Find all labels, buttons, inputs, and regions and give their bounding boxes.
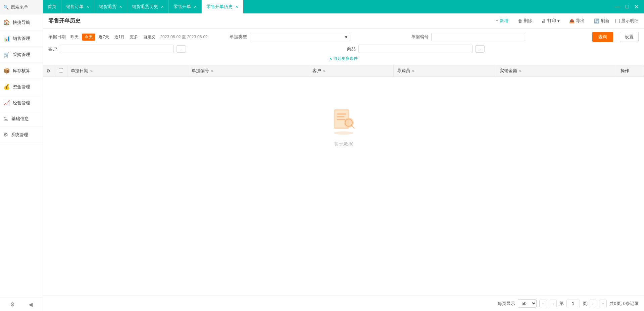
- tab-home[interactable]: 首页: [43, 0, 61, 13]
- tab-sales-return-history-close[interactable]: ✕: [161, 5, 164, 9]
- sidebar-item-label: 快捷导航: [13, 19, 30, 25]
- date-opt-7days[interactable]: 近7天: [97, 34, 111, 41]
- tab-retail-open[interactable]: 零售开单 ✕: [169, 0, 202, 13]
- print-label: 打印: [547, 18, 556, 24]
- query-button[interactable]: 查询: [592, 32, 613, 42]
- th-number[interactable]: 单据编号 ⇅: [188, 65, 309, 77]
- collapse-button[interactable]: ∧ 收起更多条件: [329, 56, 358, 61]
- close-button[interactable]: ✕: [632, 2, 641, 11]
- customer-input[interactable]: [60, 45, 174, 53]
- sidebar-search-label: 搜索采单: [11, 4, 28, 10]
- chart-icon: 📊: [3, 35, 10, 42]
- tab-retail-open-history-close[interactable]: ✕: [235, 5, 238, 9]
- prev-page-button[interactable]: ‹: [550, 300, 556, 307]
- th-checkbox[interactable]: [55, 65, 67, 77]
- sidebar-item-finance[interactable]: 💰 资金管理: [0, 79, 43, 95]
- tab-sales-return[interactable]: 销货退货 ✕: [94, 0, 127, 13]
- refresh-button[interactable]: 🔄 刷新: [591, 16, 613, 25]
- type-select[interactable]: ▾: [250, 33, 350, 41]
- customer-ellipsis-btn[interactable]: ...: [177, 45, 186, 53]
- sidebar-item-sales-mgmt[interactable]: 📊 销售管理: [0, 31, 43, 47]
- first-page-button[interactable]: «: [539, 300, 547, 307]
- print-button[interactable]: 🖨 打印 ▾: [538, 16, 563, 25]
- sort-date-icon: ⇅: [90, 69, 93, 73]
- next-page-button[interactable]: ›: [590, 300, 596, 307]
- sidebar-search[interactable]: 🔍 搜索采单: [0, 0, 43, 14]
- sidebar-item-inventory[interactable]: 📦 库存核算: [0, 63, 43, 79]
- customer-label: 客户: [48, 46, 57, 52]
- sidebar-item-purchase-mgmt[interactable]: 🛒 采购管理: [0, 47, 43, 63]
- sidebar-item-label: 基础信息: [11, 116, 29, 122]
- sidebar: 🔍 搜索采单 🏠 快捷导航 📊 销售管理 🛒 采购管理 📦 库存核算 💰 资金管…: [0, 0, 43, 311]
- date-opt-custom[interactable]: 自定义: [141, 34, 157, 41]
- tab-bar: 首页 销售订单 ✕ 销货退货 ✕ 销货退货历史 ✕ 零售开单 ✕ 零售开单历史 …: [43, 0, 644, 13]
- th-guide[interactable]: 导购员 ⇅: [393, 65, 496, 77]
- tab-sales-return-close[interactable]: ✕: [119, 5, 122, 9]
- customer-filter-field: 客户 ...: [48, 45, 340, 53]
- date-opt-more[interactable]: 更多: [128, 34, 140, 41]
- sidebar-item-label: 采购管理: [13, 52, 30, 58]
- pagination-bar: 每页显示 20 50 100 « ‹ 第 页 › » 共0页, 0条记录: [43, 296, 644, 311]
- svg-rect-4: [337, 116, 344, 117]
- add-button[interactable]: + 新增: [493, 16, 512, 25]
- export-button[interactable]: 📤 导出: [566, 16, 588, 25]
- product-filter-field: 商品 ...: [347, 45, 639, 53]
- th-customer[interactable]: 客户 ⇅: [309, 65, 393, 77]
- tab-sales-order[interactable]: 销售订单 ✕: [61, 0, 94, 13]
- page-label: 第: [559, 301, 564, 307]
- refresh-icon: 🔄: [594, 18, 599, 23]
- print-chevron-icon: ▾: [557, 18, 560, 23]
- settings-bottom-icon[interactable]: ⚙: [10, 301, 15, 308]
- date-opt-yesterday[interactable]: 昨天: [68, 34, 81, 41]
- th-guide-label: 导购员: [397, 68, 410, 73]
- th-date[interactable]: 单据日期 ⇅: [67, 65, 188, 77]
- sort-guide-icon: ⇅: [412, 69, 414, 73]
- sidebar-item-business[interactable]: 📈 经营管理: [0, 95, 43, 111]
- select-all-checkbox[interactable]: [59, 68, 63, 72]
- data-table: ⚙ 单据日期 ⇅ 单据编号 ⇅ 客户 ⇅: [43, 65, 644, 77]
- filter-area: 单据日期 昨天 今天 近7天 近1月 更多 自定义 2023-06-02 至 2…: [43, 29, 644, 65]
- home-icon: 🏠: [3, 19, 10, 25]
- delete-button[interactable]: 🗑 删除: [514, 16, 536, 25]
- sidebar-item-label: 资金管理: [13, 84, 30, 90]
- sidebar-item-label: 经营管理: [13, 100, 30, 106]
- page-input[interactable]: [566, 300, 580, 307]
- folder-icon: 🗂: [3, 116, 9, 122]
- th-settings[interactable]: ⚙: [43, 65, 55, 77]
- empty-state: 暂无数据: [43, 77, 644, 174]
- th-amount[interactable]: 实销金额 ⇅: [496, 65, 617, 77]
- minimize-button[interactable]: —: [613, 2, 622, 11]
- maximize-button[interactable]: □: [624, 2, 631, 11]
- gear-icon: ⚙: [3, 132, 8, 138]
- tab-retail-open-close[interactable]: ✕: [194, 5, 197, 9]
- show-detail-checkbox[interactable]: [615, 19, 620, 23]
- show-detail-label[interactable]: 显示明细: [615, 18, 639, 24]
- th-amount-label: 实销金额: [500, 68, 517, 73]
- date-opt-1month[interactable]: 近1月: [112, 34, 127, 41]
- page-size-label: 每页显示: [498, 301, 515, 307]
- type-filter-field: 单据类型 ▾: [230, 33, 404, 41]
- refresh-label: 刷新: [601, 18, 609, 24]
- sidebar-item-sys-mgmt[interactable]: ⚙ 系统管理: [0, 127, 43, 143]
- sidebar-item-basic-info[interactable]: 🗂 基础信息: [0, 111, 43, 127]
- th-ops-label: 操作: [621, 68, 629, 73]
- tab-sales-return-history[interactable]: 销货退货历史 ✕: [127, 0, 169, 13]
- collapse-chevron-icon: ∧: [329, 56, 332, 61]
- settings-button[interactable]: 设置: [620, 32, 639, 42]
- number-input[interactable]: [431, 33, 525, 41]
- product-ellipsis-btn[interactable]: ...: [475, 45, 485, 53]
- sidebar-item-quick-nav[interactable]: 🏠 快捷导航: [0, 14, 43, 31]
- date-opt-today[interactable]: 今天: [82, 34, 95, 41]
- box-icon: 📦: [3, 67, 10, 74]
- show-detail-text: 显示明细: [621, 18, 639, 24]
- export-label: 导出: [576, 18, 585, 24]
- tab-sales-order-close[interactable]: ✕: [86, 5, 89, 9]
- business-icon: 📈: [3, 100, 10, 106]
- tab-retail-open-history[interactable]: 零售开单历史 ✕: [202, 0, 243, 13]
- page-size-select[interactable]: 20 50 100: [518, 299, 537, 308]
- collapse-sidebar-icon[interactable]: ◀: [29, 301, 33, 308]
- product-input[interactable]: [358, 45, 473, 53]
- svg-rect-5: [337, 119, 346, 120]
- last-page-button[interactable]: »: [599, 300, 607, 307]
- money-icon: 💰: [3, 84, 10, 90]
